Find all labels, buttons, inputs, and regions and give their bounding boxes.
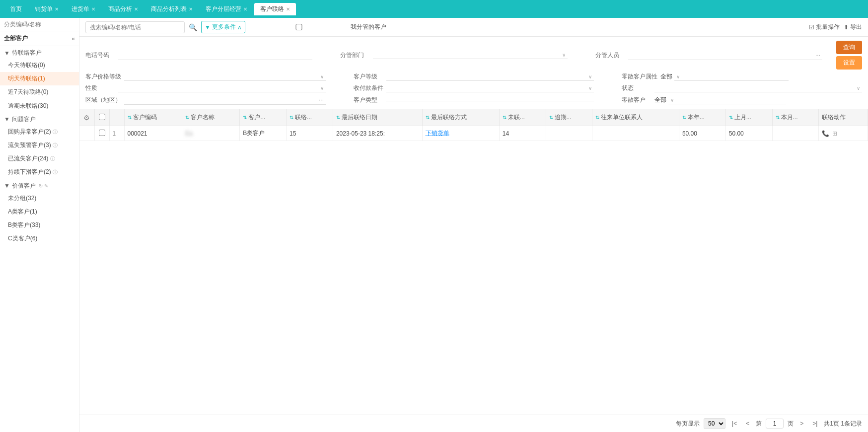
adv-select-price-level[interactable]: ∨ — [124, 73, 326, 81]
sort-icon-this-month[interactable]: ⇅ — [776, 115, 780, 120]
row-checkbox[interactable] — [99, 130, 105, 136]
adv-select-region[interactable]: ··· — [124, 95, 326, 105]
action-menu-icon[interactable]: ⊞ — [832, 130, 837, 137]
sidebar-group-problem[interactable]: ▼ 问题客户 — [0, 113, 79, 125]
sidebar: 🔍 全部客户 « ▼ 待联络客户 今天待联络(0) 明天待联络(1) 近7天待联… — [0, 18, 79, 432]
pagination-first-icon[interactable]: |< — [729, 419, 739, 429]
nav-customer-contact[interactable]: 客户联络 ✕ — [254, 3, 296, 15]
action-call-icon[interactable]: 📞 — [822, 130, 829, 137]
more-conditions-button[interactable]: ▼ 更多条件 ∧ — [201, 21, 245, 33]
search-icon[interactable]: 🔍 — [189, 23, 197, 31]
sort-icon-contact[interactable]: ⇅ — [289, 115, 293, 120]
table-settings-icon[interactable]: ⚙ — [83, 114, 90, 122]
adv-select-retail-customer[interactable]: ∨ — [668, 96, 786, 104]
page-size-select[interactable]: 50 — [704, 418, 725, 429]
sidebar-group-problem-label: 问题客户 — [12, 115, 36, 124]
sidebar-group-value[interactable]: ▼ 价值客户 ↻ ✎ — [0, 179, 79, 192]
nav-goods-analysis-close[interactable]: ✕ — [134, 6, 138, 12]
sidebar-item-already-lost[interactable]: 已流失客户(24) ⓘ — [0, 152, 79, 165]
adv-label-retail-customer: 零散客户 — [622, 96, 651, 104]
th-code-label: 客户编码 — [133, 113, 157, 122]
settings-button[interactable]: 设置 — [836, 56, 862, 70]
customer-table: ⚙ ⇅ 客户编码 — [79, 109, 868, 141]
checkbox-icon: ☑ — [809, 24, 814, 31]
nav-goods-analysis[interactable]: 商品分析 ✕ — [102, 3, 144, 15]
nav-goods-analysis-list-close[interactable]: ✕ — [189, 6, 193, 12]
sidebar-item-class-a-label: A类客户(1) — [8, 208, 37, 215]
nav-sales-close[interactable]: ✕ — [55, 6, 59, 12]
adv-field-phone: 电话号码 — [85, 51, 312, 60]
query-button[interactable]: 查询 — [836, 41, 862, 54]
sidebar-item-class-a[interactable]: A类客户(1) — [0, 205, 79, 218]
th-action-label: 联络动作 — [822, 113, 846, 122]
nav-goods-analysis-list[interactable]: 商品分析列表 ✕ — [145, 3, 199, 15]
adv-select-person[interactable]: ··· — [628, 51, 822, 60]
sort-icon-year[interactable]: ⇅ — [682, 115, 686, 120]
nav-customer-segment-close[interactable]: ✕ — [243, 6, 247, 12]
sidebar-item-class-c[interactable]: C类客户(6) — [0, 232, 79, 245]
sidebar-item-repurchase-label: 回购异常客户(2) — [8, 128, 51, 135]
page-label: 第 — [756, 420, 762, 428]
sidebar-item-repurchase-abnormal[interactable]: 回购异常客户(2) ⓘ — [0, 125, 79, 139]
sidebar-search-input[interactable] — [4, 21, 78, 28]
adv-field-gender: 性质 ∨ — [85, 84, 326, 92]
search-input[interactable] — [85, 21, 185, 33]
sort-icon[interactable]: ⇅ — [128, 115, 132, 120]
retail-customer-chevron-icon: ∨ — [670, 97, 674, 103]
sidebar-item-week-contact[interactable]: 近7天待联络(0) — [0, 85, 79, 99]
adv-select-retail-attr[interactable]: ∨ — [674, 73, 789, 81]
nav-purchase-close[interactable]: ✕ — [91, 6, 95, 12]
export-button[interactable]: ⬆ 导出 — [844, 23, 862, 31]
pagination-next-icon[interactable]: > — [797, 419, 806, 429]
adv-select-gender[interactable]: ∨ — [118, 84, 326, 92]
cell-last-method: 下销货单 — [422, 126, 499, 141]
sidebar-item-tomorrow-contact-label: 明天待联络(1) — [8, 75, 45, 82]
adv-label-price-level: 客户价格等级 — [85, 72, 121, 81]
pagination-last-icon[interactable]: >| — [810, 419, 820, 429]
pagination-prev-icon[interactable]: < — [743, 419, 752, 429]
table-body: 1 000021 Ea B类客户 15 2023-05-23 18:25: 下销… — [79, 126, 868, 141]
sidebar-item-today-contact[interactable]: 今天待联络(0) — [0, 59, 79, 72]
sidebar-collapse-icon[interactable]: « — [72, 35, 75, 42]
cell-name: Ea — [182, 126, 239, 141]
nav-customer-contact-close[interactable]: ✕ — [286, 6, 290, 12]
sort-icon-method[interactable]: ⇅ — [426, 115, 430, 120]
sidebar-item-continuous-decline[interactable]: 持续下滑客户(2) ⓘ — [0, 165, 79, 179]
last-method-link[interactable]: 下销货单 — [426, 130, 449, 137]
nav-goods-analysis-label: 商品分析 — [108, 5, 132, 13]
nav-customer-segment[interactable]: 客户分层经营 ✕ — [200, 3, 253, 15]
sidebar-item-overdue-contact[interactable]: 逾期未联络(30) — [0, 99, 79, 113]
nav-sales[interactable]: 销货单 ✕ — [29, 3, 65, 15]
sort-icon-date[interactable]: ⇅ — [336, 115, 340, 120]
sidebar-item-class-b[interactable]: B类客户(33) — [0, 218, 79, 232]
sidebar-group-pending[interactable]: ▼ 待联络客户 — [0, 46, 79, 59]
nav-purchase[interactable]: 进货单 ✕ — [66, 3, 101, 15]
adv-select-dept[interactable]: ∨ — [373, 51, 567, 59]
more-conditions-label: 更多条件 — [212, 23, 236, 31]
nav-home[interactable]: 首页 — [4, 3, 28, 15]
page-number-input[interactable] — [766, 419, 784, 429]
sort-icon-type[interactable]: ⇅ — [243, 115, 247, 120]
sidebar-all-customers[interactable]: 全部客户 « — [0, 31, 79, 46]
adv-select-customer-level[interactable]: ∨ — [386, 73, 594, 81]
adv-label-region: 区域（地区） — [85, 96, 121, 104]
adv-select-payment[interactable]: ∨ — [386, 84, 594, 92]
adv-select-status[interactable]: ∨ — [654, 84, 862, 92]
adv-label-payment: 收付款条件 — [354, 84, 383, 92]
payment-chevron-icon: ∨ — [588, 85, 592, 91]
sort-icon-last-month[interactable]: ⇅ — [729, 115, 733, 120]
batch-operation-button[interactable]: ☑ 批量操作 — [809, 23, 840, 31]
sidebar-item-lost-warning[interactable]: 流失预警客户(3) ⓘ — [0, 139, 79, 152]
my-customers-checkbox[interactable] — [249, 24, 349, 30]
sidebar-item-tomorrow-contact[interactable]: 明天待联络(1) — [0, 72, 79, 85]
adv-input-phone[interactable] — [118, 51, 312, 60]
cell-this-month — [772, 126, 819, 141]
sort-icon-unit[interactable]: ⇅ — [595, 115, 599, 120]
adv-select-customer-type[interactable] — [386, 99, 594, 101]
select-all-checkbox[interactable] — [99, 114, 105, 120]
sort-icon-overdue[interactable]: ⇅ — [549, 115, 553, 120]
sidebar-item-ungrouped[interactable]: 未分组(32) — [0, 192, 79, 205]
sort-icon-uncontacted[interactable]: ⇅ — [503, 115, 506, 120]
content-area: 🔍 ▼ 更多条件 ∧ 我分管的客户 ☑ 批量操作 ⬆ 导出 — [79, 18, 868, 432]
sort-icon-name[interactable]: ⇅ — [185, 115, 189, 120]
